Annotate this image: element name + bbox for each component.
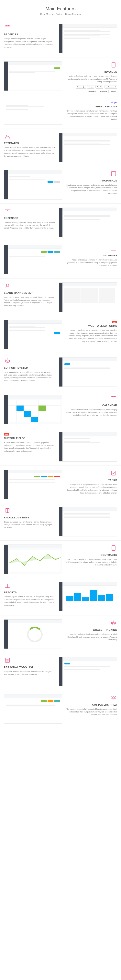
feature-title: SUPPORT SYSTEM	[4, 366, 55, 369]
feature-payments: PAYMENTS Record and receive payments in …	[0, 241, 121, 278]
feature-desc: Great support ticket system with autores…	[4, 371, 55, 382]
logo-mollie: mollie	[110, 90, 117, 93]
feature-expenses: EXPENSES Creating recurring expenses. Se…	[0, 204, 121, 241]
feature-desc: Use Contracts feature to lock in current…	[66, 558, 117, 566]
customers-icon	[110, 694, 117, 701]
svg-point-21	[111, 696, 113, 698]
feature-desc: Assign tasks to multiple staff members, …	[66, 483, 117, 495]
feature-title: CUSTOM FIELDS	[4, 437, 55, 440]
feature-desc: Build professional and great looking inv…	[66, 75, 117, 83]
feature-title: REPORTS	[4, 591, 55, 594]
feature-desc: You can add custom fields on PDF for inv…	[4, 441, 55, 453]
feature-title: LEADS MANAGEMENT	[4, 291, 55, 294]
feature-estimates: ESTIMATES Create estimate within minutes…	[0, 129, 121, 166]
reports-icon	[4, 582, 11, 589]
feature-title: PROPOSALS	[66, 179, 117, 182]
feature-title: EXPENSES	[4, 216, 55, 220]
feature-invoices: INVOICES Build professional and great lo…	[0, 57, 121, 97]
feature-title: TASKS	[66, 479, 117, 482]
svg-rect-0	[5, 25, 10, 30]
feature-title: GOALS TRACKING	[66, 628, 117, 631]
payments-icon	[110, 245, 117, 252]
feature-title: CALENDAR	[66, 404, 117, 407]
mock-screenshot	[4, 619, 62, 649]
feature-leads: LEADS MANAGEMENT Keep track of leads in …	[0, 278, 121, 316]
invoices-icon	[110, 61, 117, 68]
feature-title: ESTIMATES	[4, 142, 55, 145]
logo-authorize: authorize.net	[105, 85, 117, 89]
feature-customers: CUSTOMERS AREA The customers area is ful…	[0, 690, 121, 727]
feature-title: PERSONAL TODO LIST	[4, 666, 55, 669]
feature-todo: PERSONAL TODO LIST Every staff member ha…	[0, 653, 121, 690]
svg-rect-5	[111, 172, 116, 176]
knowledgebase-icon	[4, 507, 11, 514]
feature-desc: Bill your customers in a more faster way…	[66, 110, 117, 121]
feature-desc: Every staff member has their own persona…	[4, 670, 55, 676]
feature-desc: Create knowledge base articles and organ…	[4, 520, 55, 529]
estimates-icon	[4, 133, 11, 140]
svg-rect-13	[111, 471, 116, 475]
new-badge: NEW	[4, 433, 9, 436]
feature-webtolead: NEW WEB TO LEAD FORMS Perfex CRM allows …	[0, 316, 121, 353]
svg-point-19	[6, 659, 6, 660]
mock-screenshot	[4, 544, 62, 574]
feature-desc: Manage and invoice projects with the pow…	[4, 37, 55, 49]
feature-goals: GOALS TRACKING Use the Goals Tracking fe…	[0, 615, 121, 653]
tasks-icon	[110, 469, 117, 477]
logo-instamojo: instamojo	[76, 85, 86, 89]
mock-screenshot	[4, 469, 62, 499]
mock-screenshot	[4, 245, 62, 274]
feature-title: KNOWLEDGE BASE	[4, 516, 55, 519]
feature-subscriptions: stripe SUBSCRIPTIONS Bill your customers…	[0, 97, 121, 129]
feature-title: CUSTOMERS AREA	[66, 703, 117, 706]
hero-subtitle: Read More and Explore Ultimate Features	[4, 13, 117, 16]
mock-screenshot	[4, 320, 62, 349]
feature-desc: Keep track of leads in one place and eas…	[4, 296, 55, 307]
feature-desc: Create good looking proposals and impres…	[66, 184, 117, 195]
payment-logos: instamojo stripe PayPal authorize.net 2C…	[66, 85, 117, 93]
svg-point-17	[113, 622, 114, 623]
feature-title: WEB TO LEAD FORMS	[66, 325, 117, 327]
feature-reports: REPORTS Generate reports and have clear …	[0, 578, 121, 615]
mock-screenshot	[59, 282, 117, 312]
feature-customfields: NEW CUSTOM FIELDS You can add custom fie…	[0, 428, 121, 466]
mock-screenshot	[59, 24, 117, 53]
mock-screenshot	[59, 133, 117, 162]
feature-projects: PROJECTS Manage and invoice projects wit…	[0, 20, 121, 57]
feature-desc: Have clear view of all your company even…	[66, 408, 117, 417]
contracts-icon	[110, 544, 117, 552]
mock-screenshot	[4, 694, 62, 724]
mock-screenshot	[59, 432, 117, 461]
mock-screenshot	[59, 582, 117, 611]
mock-screenshot	[59, 657, 117, 686]
expenses-icon	[4, 208, 11, 215]
projects-icon	[4, 24, 11, 31]
stripe-logo: stripe	[66, 101, 117, 104]
mock-screenshot	[59, 208, 117, 237]
feature-knowledgebase: KNOWLEDGE BASE Create knowledge base art…	[0, 503, 121, 540]
feature-proposals: PROPOSALS Create good looking proposals …	[0, 166, 121, 204]
svg-point-9	[6, 284, 9, 286]
mock-screenshot	[59, 357, 117, 387]
feature-title: CONTRACTS	[66, 554, 117, 557]
leads-icon	[4, 282, 11, 290]
logo-2checkout: 2Checkout	[87, 90, 98, 93]
feature-title: PAYMENTS	[66, 254, 117, 257]
feature-desc: Perfex CRM allows you to create web to l…	[66, 329, 117, 343]
svg-point-22	[114, 696, 116, 698]
logo-braintree: Braintree	[99, 90, 109, 93]
feature-title: SUBSCRIPTIONS	[66, 105, 117, 108]
feature-title: INVOICES	[66, 70, 117, 73]
svg-rect-8	[111, 247, 116, 250]
mock-screenshot	[59, 507, 117, 536]
svg-point-11	[6, 360, 8, 362]
svg-point-7	[6, 210, 8, 212]
new-badge: NEW	[112, 321, 117, 323]
logo-paypal: PayPal	[95, 85, 103, 89]
feature-desc: Creating recurring expenses. Set up a re…	[4, 221, 55, 229]
svg-point-20	[6, 660, 6, 661]
hero-title: Main Features	[4, 6, 117, 11]
mock-screenshot	[4, 395, 62, 424]
proposals-icon	[110, 170, 117, 177]
mock-screenshot	[4, 170, 62, 199]
